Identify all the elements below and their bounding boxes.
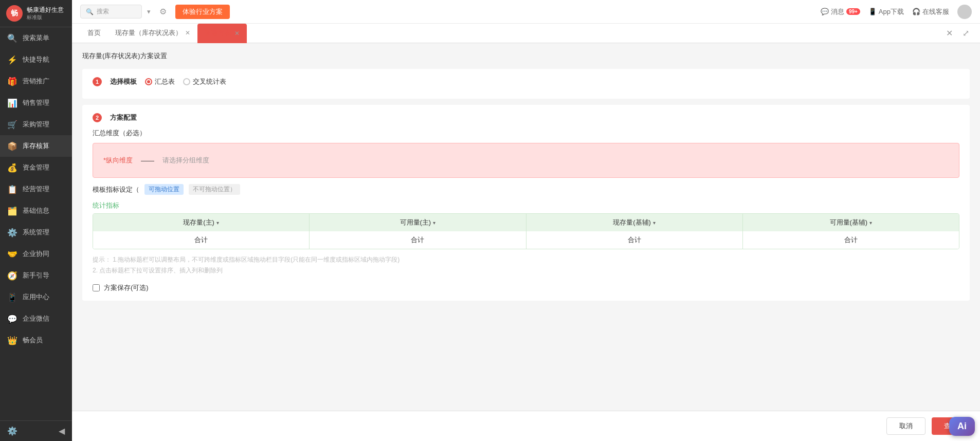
tabbar: 首页 现存量（库存状况表） ✕ 新建方案 ✕ ✕ ⤢: [72, 24, 980, 43]
marketing-icon: 🎁: [7, 76, 17, 86]
search-placeholder: 搜索: [97, 7, 109, 16]
gear-button[interactable]: ⚙: [156, 5, 170, 19]
ai-bubble[interactable]: Ai: [949, 417, 975, 436]
sidebar-item-finance[interactable]: 💰 资金管理: [0, 157, 72, 178]
radio-cross-dot: [183, 78, 190, 85]
finance-icon: 💰: [7, 162, 17, 173]
col-header-0[interactable]: 现存量(主) ▾: [93, 214, 310, 231]
expand-icon[interactable]: ⤢: [959, 27, 972, 40]
sidebar-item-marketing[interactable]: 🎁 营销推广: [0, 70, 72, 92]
sidebar-item-cooperation[interactable]: 🤝 企业协同: [0, 243, 72, 265]
sidebar-item-purchase[interactable]: 🛒 采购管理: [0, 114, 72, 135]
chevron-icon-0[interactable]: ▾: [216, 220, 219, 226]
indicator-settings-label: 模板指标设定（: [93, 185, 139, 194]
basic-info-icon: 🗂️: [7, 206, 17, 216]
search-icon-small: 🔍: [86, 8, 94, 15]
radio-cross[interactable]: 交叉统计表: [183, 77, 226, 86]
user-avatar[interactable]: [957, 5, 972, 19]
template-radio-group: 汇总表 交叉统计表: [145, 77, 226, 86]
sidebar: 畅 畅康通好生意 标准版 🔍 搜索菜单 ⚡ 快捷导航 🎁 营销推广 📊 销售管理…: [0, 0, 72, 441]
tab-inventory-close-icon[interactable]: ✕: [185, 30, 190, 36]
sidebar-item-operation[interactable]: 📋 经营管理: [0, 178, 72, 200]
sidebar-nav: 🔍 搜索菜单 ⚡ 快捷导航 🎁 营销推广 📊 销售管理 🛒 采购管理 📦 库存核…: [0, 27, 72, 420]
app-download-item[interactable]: 📱 App下载: [868, 7, 904, 16]
col-body-3: 合计: [743, 231, 959, 249]
trial-button[interactable]: 体验行业方案: [175, 5, 230, 19]
online-service-item[interactable]: 🎧 在线客服: [912, 7, 949, 16]
sidebar-item-label: 采购管理: [23, 120, 49, 129]
stats-table-body: 合计 合计 合计 合计: [93, 231, 959, 249]
col-body-label-1: 合计: [411, 235, 424, 245]
step2-section: 2 方案配置 汇总维度（必选） *纵向维度 —— 请选择分组维度 模板指标设定（…: [82, 105, 970, 301]
chevron-icon-2[interactable]: ▾: [653, 220, 656, 226]
sidebar-item-guide[interactable]: 🧭 新手引导: [0, 265, 72, 286]
app-name: 畅康通好生意: [27, 6, 64, 14]
step2-label: 方案配置: [110, 113, 137, 122]
sidebar-item-inventory[interactable]: 📦 库存核算: [0, 135, 72, 157]
download-icon: 📱: [868, 8, 877, 15]
wechat-icon: 💬: [7, 314, 17, 324]
search-box[interactable]: 🔍 搜索: [80, 5, 142, 19]
save-row: 方案保存(可选): [93, 283, 959, 292]
radio-summary[interactable]: 汇总表: [145, 77, 175, 86]
sidebar-item-label: 快捷导航: [23, 55, 49, 64]
main-area: 🔍 搜索 ▾ ⚙ 体验行业方案 💬 消息 99+ 📱 App下载 🎧 在线客服: [72, 0, 980, 441]
dimension-area[interactable]: *纵向维度 —— 请选择分组维度: [93, 143, 959, 178]
sidebar-item-wechat[interactable]: 💬 企业微信: [0, 308, 72, 329]
col-header-2[interactable]: 现存量(基辅) ▾: [527, 214, 743, 231]
sidebar-item-search[interactable]: 🔍 搜索菜单: [0, 27, 72, 49]
step1-section: 1 选择模板 汇总表 交叉统计表: [82, 69, 970, 99]
cancel-button[interactable]: 取消: [886, 417, 925, 435]
operation-icon: 📋: [7, 184, 17, 194]
tab-new-scheme[interactable]: 新建方案 ✕: [197, 24, 247, 43]
sidebar-item-basic-info[interactable]: 🗂️ 基础信息: [0, 200, 72, 222]
sidebar-item-label: 营销推广: [23, 77, 49, 86]
topbar-left: 🔍 搜索 ▾ ⚙ 体验行业方案: [80, 5, 821, 19]
topbar-right: 💬 消息 99+ 📱 App下载 🎧 在线客服: [821, 5, 972, 19]
tab-new-scheme-label: 新建方案: [205, 29, 231, 38]
save-checkbox[interactable]: [93, 284, 100, 291]
member-icon: 👑: [7, 335, 17, 345]
indicator-settings-row: 模板指标设定（ 可拖动位置 不可拖动位置）: [93, 184, 959, 195]
sidebar-item-label: 搜索菜单: [23, 33, 49, 43]
tab-home[interactable]: 首页: [80, 24, 108, 43]
dropdown-arrow[interactable]: ▾: [147, 8, 151, 15]
sidebar-item-quick-nav[interactable]: ⚡ 快捷导航: [0, 49, 72, 70]
sidebar-item-member[interactable]: 👑 畅会员: [0, 329, 72, 351]
sidebar-footer: ⚙️ ◀: [0, 420, 72, 441]
sidebar-item-system[interactable]: ⚙️ 系统管理: [0, 222, 72, 243]
close-panel-icon[interactable]: ✕: [943, 27, 955, 40]
sidebar-item-label: 经营管理: [23, 185, 49, 194]
search-icon: 🔍: [7, 33, 17, 43]
dimension-arrow: ——: [141, 157, 154, 164]
tab-inventory-status-label: 现存量（库存状况表）: [115, 28, 182, 38]
col-header-label-3: 可用量(基辅): [830, 218, 868, 227]
sidebar-item-sales[interactable]: 📊 销售管理: [0, 92, 72, 114]
sidebar-item-app-center[interactable]: 📱 应用中心: [0, 286, 72, 308]
dimension-placeholder: 请选择分组维度: [162, 156, 209, 165]
col-header-label-2: 现存量(基辅): [613, 218, 651, 227]
sidebar-item-label: 新手引导: [23, 271, 49, 280]
chevron-icon-3[interactable]: ▾: [869, 220, 872, 226]
message-item[interactable]: 💬 消息 99+: [821, 7, 860, 16]
col-header-3[interactable]: 可用量(基辅) ▾: [743, 214, 959, 231]
tab-new-close-icon[interactable]: ✕: [234, 30, 240, 36]
col-body-0: 合计: [93, 231, 310, 249]
content-area: 现存量(库存状况表)方案设置 1 选择模板 汇总表 交叉统计表: [72, 43, 980, 411]
app-version: 标准版: [27, 14, 64, 21]
stats-table: 现存量(主) ▾ 可用量(主) ▾ 现存量(基辅) ▾ 可用量(基辅) ▾: [93, 213, 959, 249]
tab-inventory-status[interactable]: 现存量（库存状况表） ✕: [108, 24, 197, 43]
tips-area: 提示： 1.拖动标题栏可以调整布局，不可跨维度或指标区域拖动栏目字段(只能在同一…: [93, 255, 959, 275]
col-header-1[interactable]: 可用量(主) ▾: [310, 214, 526, 231]
sidebar-item-label: 应用中心: [23, 292, 49, 302]
radio-cross-label: 交叉统计表: [193, 77, 226, 86]
chevron-icon-1[interactable]: ▾: [433, 220, 435, 226]
message-label: 消息: [831, 7, 844, 16]
settings-icon[interactable]: ⚙️: [7, 426, 17, 436]
sidebar-item-label: 畅会员: [23, 336, 43, 345]
page-title: 现存量(库存状况表)方案设置: [82, 51, 970, 61]
collapse-icon[interactable]: ◀: [59, 426, 65, 436]
col-body-2: 合计: [527, 231, 743, 249]
radio-summary-label: 汇总表: [155, 77, 175, 86]
col-header-label-0: 现存量(主): [183, 218, 214, 227]
